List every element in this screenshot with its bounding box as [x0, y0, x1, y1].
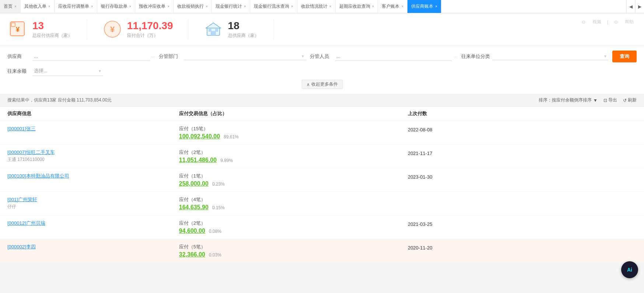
filter-row-2: 往来余额 选择... ▼: [7, 66, 637, 76]
summary-bar: ¥ 13 总应付供应商（家） ¥ 11,170.39 应付合计（万）: [0, 13, 644, 45]
person-input[interactable]: [335, 52, 452, 61]
trans-amount[interactable]: 32,366.00: [179, 251, 205, 258]
tab-customer-account-close[interactable]: ×: [401, 4, 403, 8]
tab-bank-deposit-label: 银行存取款单: [101, 3, 127, 10]
dept-select[interactable]: ▼: [184, 53, 307, 60]
tab-bank-deposit[interactable]: 银行存取款单 ×: [97, 0, 136, 13]
col-header-transaction: 应付交易信息（占比）: [179, 110, 408, 117]
query-button[interactable]: 查询: [612, 51, 637, 62]
trans-amount[interactable]: 11,051,486.00: [179, 157, 217, 163]
collapse-btn[interactable]: ∧ 收起更多条件: [302, 80, 343, 89]
person-label: 分管人员: [310, 53, 332, 60]
tab-prepay-label: 预收冲应收单: [139, 3, 165, 10]
table-body: [000001]张三 应付（15笔） 100,092,540.00 89.61%…: [0, 121, 644, 263]
trans-amount[interactable]: 164,635.90: [179, 204, 209, 211]
filter-balance: 往来余额 选择... ▼: [7, 66, 103, 76]
cell-transaction: 应付（2笔） 94,600.00 0.08%: [179, 220, 408, 234]
result-right: 排序：按应付余额倒序排序 ▼ ⊡ 导出 ↺ 刷新: [539, 97, 637, 103]
supplier-link[interactable]: [000002]李四: [7, 244, 179, 250]
export-btn[interactable]: ⊡ 导出: [603, 97, 617, 103]
tab-receipt-stat[interactable]: 收款情况统计 ×: [297, 0, 336, 13]
tab-receipt-stat-close[interactable]: ×: [329, 4, 332, 8]
tab-prepay-close[interactable]: ×: [167, 4, 169, 8]
supplier-link[interactable]: [000001]张三: [7, 125, 179, 132]
tab-other-income[interactable]: 其他收入单 ×: [21, 0, 55, 13]
tab-bank-deposit-close[interactable]: ×: [129, 4, 132, 8]
trans-amount[interactable]: 258,000.00: [179, 180, 209, 187]
cell-supplier: [000007]恒旺二手叉车 王通 17106110000: [7, 149, 179, 163]
tab-receipt-verify[interactable]: 收款核销执行 ×: [174, 0, 212, 13]
sort-select[interactable]: 排序：按应付余额倒序排序 ▼: [539, 97, 598, 103]
supplier-link[interactable]: [000007]恒旺二手叉车: [7, 149, 179, 156]
nav-prev-btn[interactable]: ◀: [626, 0, 635, 13]
tab-other-income-close[interactable]: ×: [48, 4, 50, 8]
table-row: [000100]本特勤油品有限公司 应付（1笔） 258,000.00 0.23…: [0, 168, 644, 192]
cell-transaction: 应付（5笔） 32,366.00 0.03%: [179, 244, 408, 258]
tab-cash-bank-flow[interactable]: 现金银行流水查询 ×: [250, 0, 297, 13]
yen-icon: ¥: [102, 19, 123, 39]
refresh-label: 刷新: [628, 97, 637, 103]
supplier-input[interactable]: [32, 52, 150, 61]
table-row: [000001]张三 应付（15笔） 100,092,540.00 89.61%…: [0, 121, 644, 145]
category-chevron-icon: ▼: [603, 54, 607, 58]
trans-label: 应付（5笔）: [179, 244, 408, 250]
tab-ap-adjust-close[interactable]: ×: [91, 4, 93, 8]
table-header: 供应商信息 应付交易信息（占比） 上次付数: [0, 107, 644, 121]
tab-receipt-verify-label: 收款核销执行: [177, 3, 204, 10]
tab-home-close[interactable]: ×: [14, 4, 17, 8]
supplier-link[interactable]: [001]广州荣轩: [7, 196, 179, 203]
tab-overdue-close[interactable]: ×: [372, 4, 374, 8]
summary-amount-text: 11,170.39 应付合计（万）: [127, 20, 173, 39]
trans-percent: 0.08%: [209, 229, 221, 234]
trans-row: 32,366.00 0.03%: [179, 251, 408, 258]
balance-select[interactable]: 选择... ▼: [32, 66, 103, 76]
summary-ap-label: 总应付供应商（家）: [32, 32, 72, 39]
person-more-icon[interactable]: ···: [454, 54, 458, 59]
tab-cash-bank-stat-close[interactable]: ×: [244, 4, 246, 8]
tab-supplier-account-close[interactable]: ×: [435, 4, 437, 8]
tab-customer-account[interactable]: 客户账本 ×: [378, 0, 407, 13]
tab-cash-bank-flow-close[interactable]: ×: [291, 4, 293, 8]
cell-last-payment: [408, 196, 522, 198]
cell-last-payment: 2022-08-08: [408, 125, 522, 132]
cell-supplier: [000012]广州贝瑞: [7, 220, 179, 227]
supplier-link[interactable]: [000012]广州贝瑞: [7, 220, 179, 227]
refresh-icon: ↺: [623, 98, 627, 103]
trans-percent: 9.89%: [220, 158, 233, 163]
tab-ap-adjust-label: 应收应付调整单: [58, 3, 89, 10]
tab-cash-bank-flow-label: 现金银行流水查询: [254, 3, 289, 10]
export-label: 导出: [608, 97, 617, 103]
tab-home[interactable]: 首页 ×: [0, 0, 21, 13]
help-link[interactable]: ⊙ 帮助: [611, 19, 637, 25]
tab-receipt-verify-close[interactable]: ×: [206, 4, 208, 8]
category-select[interactable]: ▼: [493, 53, 609, 60]
svg-rect-8: [209, 29, 211, 32]
sort-chevron-icon: ▼: [593, 98, 598, 103]
trans-amount[interactable]: 94,600.00: [179, 228, 205, 234]
filter-supplier: 供应商 ···: [7, 52, 155, 61]
summary-total-ap-amount: ¥ 11,170.39 应付合计（万）: [102, 19, 188, 39]
trans-label: 应付（4笔）: [179, 196, 408, 203]
video-link[interactable]: ⊙ 视频: [579, 19, 604, 25]
tab-cash-bank-stat[interactable]: 现金银行统计 ×: [212, 0, 250, 13]
trans-row: 258,000.00 0.23%: [179, 180, 408, 187]
cell-last-payment: 2021-03-25: [408, 220, 522, 227]
trans-label: 应付（15笔）: [179, 125, 408, 132]
trans-amount[interactable]: 100,092,540.00: [179, 133, 220, 140]
trans-label: 应付（1笔）: [179, 173, 408, 179]
help-icon: ⊙: [614, 20, 618, 25]
tab-supplier-account[interactable]: 供应商账本 ×: [407, 0, 441, 13]
video-label: 视频: [592, 19, 601, 25]
cell-transaction: 应付（15笔） 100,092,540.00 89.61%: [179, 125, 408, 140]
cell-supplier: [000100]本特勤油品有限公司: [7, 173, 179, 180]
tab-supplier-account-label: 供应商账本: [411, 3, 433, 10]
supplier-more-icon[interactable]: ···: [151, 54, 155, 59]
supplier-link[interactable]: [000100]本特勤油品有限公司: [7, 173, 179, 179]
refresh-btn[interactable]: ↺ 刷新: [623, 97, 637, 103]
tab-overdue[interactable]: 超期应收款查询 ×: [336, 0, 378, 13]
svg-text:¥: ¥: [16, 26, 20, 33]
tab-ap-adjust[interactable]: 应收应付调整单 ×: [55, 0, 97, 13]
tab-prepay[interactable]: 预收冲应收单 ×: [135, 0, 174, 13]
summary-ap-number: 13: [32, 20, 72, 32]
nav-next-btn[interactable]: ▶: [635, 0, 644, 13]
